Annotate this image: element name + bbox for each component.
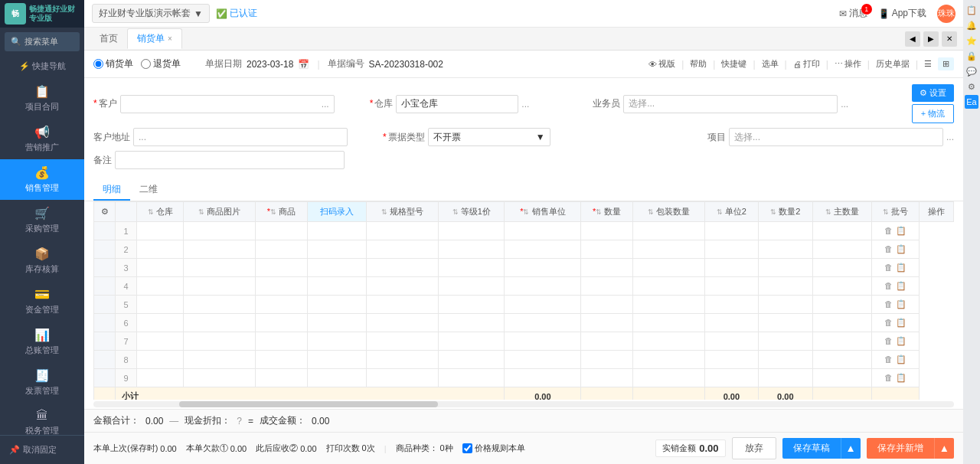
- data-cell[interactable]: [307, 222, 366, 240]
- data-cell[interactable]: [367, 222, 439, 240]
- data-cell[interactable]: [759, 259, 812, 277]
- salesperson-dots[interactable]: ...: [841, 99, 848, 109]
- data-cell[interactable]: [184, 351, 256, 369]
- data-cell[interactable]: [438, 369, 505, 387]
- data-cell[interactable]: [367, 332, 439, 351]
- data-cell[interactable]: [759, 296, 812, 314]
- data-cell[interactable]: [438, 332, 505, 351]
- help-icon[interactable]: ?: [237, 416, 242, 426]
- data-cell[interactable]: [759, 277, 812, 296]
- panel-btn-3[interactable]: ⭐: [965, 34, 978, 47]
- data-cell[interactable]: [184, 259, 256, 277]
- data-cell[interactable]: [812, 240, 872, 259]
- data-cell[interactable]: [307, 351, 366, 369]
- view-button[interactable]: 👁 视版: [644, 57, 680, 71]
- data-cell[interactable]: [812, 296, 872, 314]
- data-cell[interactable]: [704, 259, 758, 277]
- invoice-select[interactable]: 不开票 ▼: [428, 128, 550, 146]
- data-cell[interactable]: [581, 369, 633, 387]
- data-cell[interactable]: [184, 332, 256, 351]
- panel-btn-2[interactable]: 🔔: [965, 18, 978, 32]
- col-settings[interactable]: ⚙: [94, 202, 116, 222]
- copy-row-icon[interactable]: 📋: [896, 355, 906, 364]
- data-cell[interactable]: [581, 240, 633, 259]
- data-cell[interactable]: [184, 296, 256, 314]
- tab-2d[interactable]: 二维: [130, 180, 167, 201]
- col-unit2[interactable]: ⇅ 单位2: [704, 202, 758, 222]
- sidebar-item-accounting[interactable]: 📊 总账管理: [0, 322, 84, 362]
- data-cell[interactable]: [367, 259, 439, 277]
- col-product-img[interactable]: ⇅ 商品图片: [184, 202, 256, 222]
- tab-close-all-button[interactable]: ✕: [942, 31, 957, 47]
- delete-row-icon[interactable]: 🗑: [884, 336, 893, 345]
- delete-row-icon[interactable]: 🗑: [884, 226, 893, 235]
- data-cell[interactable]: [256, 369, 308, 387]
- delete-row-icon[interactable]: 🗑: [884, 299, 893, 309]
- data-cell[interactable]: [759, 240, 812, 259]
- data-cell[interactable]: [256, 314, 308, 332]
- data-cell[interactable]: [505, 369, 581, 387]
- data-cell[interactable]: [367, 240, 439, 259]
- delete-row-icon[interactable]: 🗑: [884, 373, 893, 382]
- data-cell[interactable]: [505, 277, 581, 296]
- data-cell[interactable]: [307, 314, 366, 332]
- sidebar-item-finance[interactable]: 💳 资金管理: [0, 281, 84, 322]
- data-cell[interactable]: [704, 222, 758, 240]
- view-toggle-list[interactable]: ☰: [920, 57, 936, 70]
- col-spec[interactable]: ⇅ 规格型号: [367, 202, 439, 222]
- col-batch[interactable]: ⇅ 批号: [872, 202, 919, 222]
- data-cell[interactable]: [438, 277, 505, 296]
- table-scrollbar[interactable]: [93, 401, 954, 407]
- col-pack-qty[interactable]: ⇅ 包装数量: [633, 202, 705, 222]
- save-draft-button[interactable]: 保存草稿: [782, 438, 841, 459]
- copy-row-icon[interactable]: 📋: [896, 281, 906, 290]
- data-cell[interactable]: [581, 259, 633, 277]
- copy-row-icon[interactable]: 📋: [896, 263, 906, 272]
- copy-row-icon[interactable]: 📋: [896, 373, 906, 382]
- data-cell[interactable]: [581, 222, 633, 240]
- data-cell[interactable]: [137, 332, 184, 351]
- data-cell[interactable]: [505, 240, 581, 259]
- col-quantity[interactable]: ⇅ 数量: [581, 202, 633, 222]
- address-input[interactable]: ...: [133, 128, 348, 146]
- tab-mingxi[interactable]: 明细: [93, 180, 130, 201]
- tab-home[interactable]: 首页: [90, 29, 127, 48]
- copy-row-icon[interactable]: 📋: [896, 318, 906, 327]
- col-warehouse[interactable]: ⇅ 仓库: [137, 202, 184, 222]
- sidebar-item-project[interactable]: 📋 项目合同: [0, 78, 84, 119]
- company-dropdown[interactable]: 好业财专业版演示帐套 ▼: [92, 4, 210, 23]
- radio-return-input[interactable]: [141, 59, 151, 69]
- table-row[interactable]: 1🗑📋: [94, 222, 954, 240]
- data-cell[interactable]: [256, 351, 308, 369]
- data-cell[interactable]: [438, 222, 505, 240]
- col-sales-unit[interactable]: ⇅ 销售单位: [505, 202, 581, 222]
- data-cell[interactable]: [307, 369, 366, 387]
- data-cell[interactable]: [581, 314, 633, 332]
- data-cell[interactable]: [367, 296, 439, 314]
- sidebar-item-inventory[interactable]: 📦 库存核算: [0, 240, 84, 281]
- sidebar-item-sales[interactable]: 💰 销售管理: [0, 159, 84, 200]
- save-new-dropdown-button[interactable]: ▲: [934, 438, 954, 459]
- data-cell[interactable]: [704, 240, 758, 259]
- panel-btn-1[interactable]: 📋: [965, 3, 978, 17]
- tab-close-icon[interactable]: ×: [168, 34, 172, 43]
- data-cell[interactable]: [581, 296, 633, 314]
- data-cell[interactable]: [256, 240, 308, 259]
- data-cell[interactable]: [307, 277, 366, 296]
- data-cell[interactable]: [812, 222, 872, 240]
- data-cell[interactable]: [633, 277, 705, 296]
- data-cell[interactable]: [438, 314, 505, 332]
- data-cell[interactable]: [184, 369, 256, 387]
- calendar-icon[interactable]: 📅: [298, 59, 309, 70]
- data-cell[interactable]: [812, 277, 872, 296]
- settings-button[interactable]: ⚙ 设置: [912, 84, 954, 102]
- data-cell[interactable]: [759, 351, 812, 369]
- app-download-button[interactable]: 📱 App下载: [878, 7, 926, 20]
- table-row[interactable]: 2🗑📋: [94, 240, 954, 259]
- data-cell[interactable]: [581, 332, 633, 351]
- warehouse-input[interactable]: 小宝仓库: [396, 95, 518, 113]
- table-row[interactable]: 9🗑📋: [94, 369, 954, 387]
- print-button[interactable]: 🖨 打印: [789, 57, 825, 71]
- data-cell[interactable]: [704, 332, 758, 351]
- add-logistics-button[interactable]: + 物流: [912, 104, 954, 123]
